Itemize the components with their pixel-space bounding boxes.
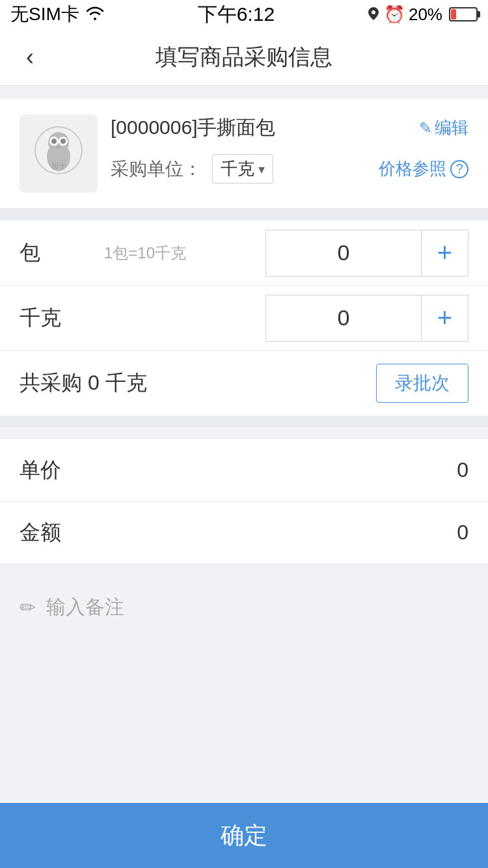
svg-point-6 [61, 139, 66, 144]
product-info: [0000006]手撕面包 ✎ 编辑 采购单位： 千克 ▾ [111, 115, 468, 183]
bag-input-row: 包 1包=10千克 + [0, 221, 488, 286]
kg-plus-button[interactable]: + [422, 295, 468, 342]
product-logo: 智十 [33, 124, 85, 183]
battery-icon [449, 7, 478, 21]
product-card: 智十 [0000006]手撕面包 ✎ 编辑 采购单位： 千克 [0, 99, 488, 209]
unit-price-label: 单价 [20, 456, 61, 485]
kg-label: 千克 [20, 304, 98, 332]
summary-text: 共采购 0 千克 [20, 369, 147, 398]
svg-text:智十: 智十 [51, 161, 66, 170]
empty-space [0, 639, 488, 821]
confirm-button[interactable]: 确定 [0, 803, 488, 868]
unit-label: 采购单位： [111, 157, 202, 182]
summary-row: 共采购 0 千克 录批次 [0, 351, 488, 416]
bag-qty-input[interactable] [265, 230, 422, 277]
location-icon [367, 5, 380, 25]
kg-qty-input[interactable] [265, 295, 422, 342]
kg-qty-control: + [265, 295, 468, 342]
unit-selector[interactable]: 千克 ▾ [212, 154, 273, 183]
alarm-icon: ⏰ [384, 5, 405, 25]
pencil-icon: ✏ [20, 596, 36, 619]
bag-sublabel: 1包=10千克 [104, 243, 186, 264]
header: ‹ 填写商品采购信息 [0, 29, 488, 86]
carrier-text: 无SIM卡 [10, 2, 79, 27]
bag-plus-button[interactable]: + [422, 230, 468, 277]
batch-button[interactable]: 录批次 [376, 364, 468, 403]
amount-row: 金额 0 [0, 502, 488, 564]
battery-text: 20% [409, 5, 442, 25]
unit-price-value: 0 [457, 458, 468, 482]
section-divider-1 [0, 209, 488, 221]
info-icon: ? [450, 160, 468, 178]
unit-price-row: 单价 0 [0, 439, 488, 502]
input-section: 包 1包=10千克 + 千克 + [0, 221, 488, 351]
status-time: 下午6:12 [198, 1, 275, 28]
price-section: 单价 0 金额 0 [0, 439, 488, 564]
chevron-down-icon: ▾ [258, 161, 265, 177]
back-button[interactable]: ‹ [20, 37, 40, 77]
bag-label: 包 [20, 239, 98, 267]
price-ref-label: 价格参照 [379, 157, 446, 180]
edit-button[interactable]: ✎ 编辑 [419, 116, 468, 139]
section-divider-2 [0, 416, 488, 427]
notes-placeholder: 输入备注 [46, 594, 124, 621]
status-right: ⏰ 20% [367, 5, 478, 25]
status-left: 无SIM卡 [10, 2, 105, 27]
status-bar: 无SIM卡 下午6:12 ⏰ 20% [0, 0, 488, 29]
kg-input-row: 千克 + [0, 286, 488, 351]
bag-qty-control: + [265, 230, 468, 277]
unit-row-left: 采购单位： 千克 ▾ [111, 154, 273, 183]
amount-value: 0 [457, 521, 468, 545]
wifi-icon [85, 4, 105, 25]
amount-label: 金额 [20, 519, 61, 547]
edit-icon: ✎ [419, 119, 432, 137]
price-ref-button[interactable]: 价格参照 ? [379, 157, 468, 180]
product-name: [0000006]手撕面包 [111, 115, 275, 141]
page-title: 填写商品采购信息 [156, 42, 332, 72]
product-image: 智十 [20, 115, 98, 193]
svg-point-5 [51, 139, 57, 144]
notes-section[interactable]: ✏ 输入备注 [0, 576, 488, 639]
